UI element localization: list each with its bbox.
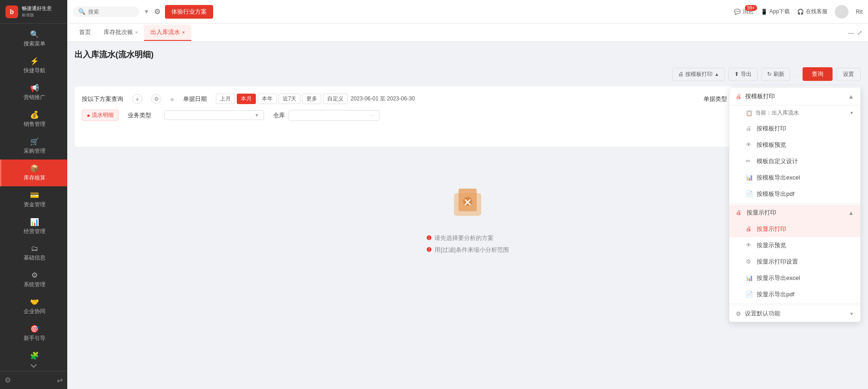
dropdown-display-section[interactable]: 🖨 按显示打印 ▲ — [729, 204, 860, 221]
dropdown-template-preview[interactable]: 👁按模板预览 — [729, 137, 860, 153]
empty-tips: ❶ 请先选择要分析的方案 ❷ 用[过滤]条件来缩小分析范围 — [426, 232, 509, 256]
sidebar-item-finance[interactable]: 💳资金管理 — [0, 186, 67, 213]
dropdown-close-icon[interactable]: ▲ — [848, 93, 854, 100]
date-quick-btn-2[interactable]: 本年 — [258, 94, 277, 104]
dropdown-display-display-print[interactable]: 🖨按显示打印 — [729, 221, 860, 237]
print-icon: 🖨 — [678, 71, 683, 77]
template-export-excel-icon: 📊 — [746, 174, 753, 181]
date-range: 2023-06-01 至 2023-06-30 — [350, 95, 414, 103]
user-name: Rit — [856, 9, 863, 15]
sales-label: 销售管理 — [24, 120, 45, 128]
section-arrow-icon[interactable]: ▲ — [848, 209, 854, 216]
settings-icon[interactable]: ⚙ — [5, 376, 11, 384]
dropdown-current-item: 📋 当前：出入库流水 ▼ — [729, 105, 860, 120]
online-service-label: 在线客服 — [806, 8, 828, 15]
tab-minimize-btn[interactable]: — — [848, 29, 854, 36]
refresh-btn[interactable]: ↻ 刷新 — [761, 68, 790, 81]
biz-type-arrow-icon: ▼ — [254, 113, 259, 118]
dropdown-template-export-pdf[interactable]: 📄按模板导出pdf — [729, 186, 860, 202]
date-quick-btn-1[interactable]: 本月 — [237, 94, 256, 104]
newbie-icon: 🎯 — [30, 324, 39, 333]
operations-label: 经营管理 — [24, 228, 45, 235]
current-arrow-icon: ▼ — [849, 110, 854, 115]
industry-btn[interactable]: 体验行业方案 — [165, 5, 213, 19]
search-input[interactable] — [88, 9, 134, 15]
template-print-btn[interactable]: 🖨 按模板打印 ▲ — [672, 68, 725, 81]
biz-type-select[interactable]: ▼ — [164, 110, 264, 120]
gear-icon[interactable]: ⚙ — [154, 7, 160, 16]
dropdown-template-customize[interactable]: ✏模板自定义设计 — [729, 153, 860, 170]
dropdown-footer[interactable]: ⚙ 设置默认功能 ▼ — [729, 305, 860, 322]
logo-badge: 标准版 — [22, 12, 52, 18]
sidebar-item-sales[interactable]: 💰销售管理 — [0, 106, 67, 133]
date-quick-btn-5[interactable]: 自定义 — [323, 94, 348, 104]
system-label: 系统管理 — [24, 281, 45, 289]
message-btn[interactable]: 💬 消息 99+ — [734, 8, 753, 15]
sidebar-item-shortcut[interactable]: ⚡快捷导航 — [0, 52, 67, 79]
filter-add-btn[interactable]: + — [132, 94, 142, 104]
dropdown-panel: 🖨 按模板打印 ▲ 📋 当前：出入库流水 ▼ 🖨按模板打印👁按模板预览✏模板自定… — [729, 87, 861, 322]
operations-icon: 📊 — [30, 218, 39, 226]
online-service-btn[interactable]: 🎧 在线客服 — [797, 8, 828, 15]
date-quick-btn-0[interactable]: 上月 — [216, 94, 235, 104]
action-bar: 🖨 按模板打印 ▲ ⬆ 导出 ↻ 刷新 ... 查询 设置 — [75, 67, 861, 81]
topbar-search-box[interactable]: 🔍 — [73, 6, 139, 17]
sidebar-item-corp[interactable]: 🤝企业协同 — [0, 293, 67, 320]
sidebar-item-marketing[interactable]: 📢营销推广 — [0, 79, 67, 106]
dropdown-display-display-export-pdf[interactable]: 📄按显示导出pdf — [729, 286, 860, 303]
basic-icon: 🗂 — [31, 244, 38, 253]
newbie-label: 新手引导 — [24, 334, 45, 342]
sidebar-item-search[interactable]: 🔍搜索菜单 — [0, 25, 67, 52]
corp-icon: 🤝 — [30, 298, 39, 306]
sidebar-item-newbie[interactable]: 🎯新手引导 — [0, 320, 67, 347]
template-customize-label: 模板自定义设计 — [757, 157, 798, 165]
tab-close-batch[interactable]: × — [135, 30, 138, 35]
sidebar-item-purchase[interactable]: 🛒采购管理 — [0, 133, 67, 160]
dropdown-display-display-print-settings[interactable]: ⚙按显示打印设置 — [729, 254, 860, 270]
section-label-row: 🖨 按显示打印 — [736, 209, 776, 217]
user-avatar[interactable] — [835, 5, 848, 19]
message-icon: 💬 — [734, 9, 741, 15]
logo-name: 畅捷通好生意 — [22, 5, 52, 12]
date-quick-btn-3[interactable]: 近7天 — [279, 94, 301, 104]
dropdown-template-print[interactable]: 🖨按模板打印 — [729, 120, 860, 137]
collapse-icon[interactable]: ⇌ — [57, 376, 63, 384]
tab-home[interactable]: 首页 — [73, 25, 97, 41]
tab-close-flow[interactable]: × — [182, 30, 185, 35]
export-btn[interactable]: ⬆ 导出 — [728, 68, 758, 81]
app-download-btn[interactable]: 📱 App下载 — [761, 8, 790, 15]
template-print-icon: 🖨 — [746, 125, 753, 132]
sidebar-item-inventory[interactable]: 📦库存核算 — [0, 160, 67, 186]
marketing-icon: 📢 — [30, 84, 39, 92]
tab-batch[interactable]: 库存批次账 × — [97, 25, 144, 41]
sidebar-scroll-down[interactable] — [0, 361, 67, 371]
dropdown-divider-2 — [729, 304, 860, 304]
tabs-bar: 首页库存批次账 ×出入库流水 × — ⤢ — [67, 24, 868, 42]
dropdown-display-display-preview[interactable]: 👁按显示预览 — [729, 237, 860, 254]
empty-icon — [445, 180, 490, 225]
dropdown-display-items: 🖨按显示打印👁按显示预览⚙按显示打印设置📊按显示导出excel📄按显示导出pdf — [729, 221, 860, 303]
sidebar-item-operations[interactable]: 📊经营管理 — [0, 213, 67, 240]
search-chevron-icon[interactable]: ▼ — [144, 8, 150, 15]
basic-label: 基础信息 — [24, 254, 45, 262]
tab-flow[interactable]: 出入库流水 × — [144, 25, 191, 41]
dropdown-display-display-export-excel[interactable]: 📊按显示导出excel — [729, 270, 860, 286]
filter-settings-btn[interactable]: ⚙ — [151, 94, 161, 104]
query-btn[interactable]: 查询 — [803, 67, 833, 81]
filter-collapse-arrows[interactable]: « — [170, 95, 174, 103]
sidebar-item-system[interactable]: ⚙系统管理 — [0, 266, 67, 293]
date-quick-btn-4[interactable]: 更多 — [302, 94, 321, 104]
warehouse-input[interactable]: ··· — [289, 110, 379, 121]
tip-1: ❶ 请先选择要分析的方案 — [426, 232, 509, 244]
message-badge: 99+ — [745, 5, 757, 11]
sidebar-item-apps[interactable]: 🧩应用中心 — [0, 347, 67, 361]
chevron-up-icon: ▲ — [714, 72, 719, 77]
settings-btn[interactable]: 设置 — [836, 68, 861, 81]
tab-fullscreen-btn[interactable]: ⤢ — [857, 29, 863, 36]
dropdown-template-export-excel[interactable]: 📊按模板导出excel — [729, 170, 860, 186]
display-export-excel-icon: 📊 — [746, 274, 753, 282]
current-icon: 📋 — [746, 110, 753, 116]
footer-settings-icon: ⚙ — [736, 310, 741, 317]
logo-text-block: 畅捷通好生意 标准版 — [22, 5, 52, 18]
sidebar-item-basic[interactable]: 🗂基础信息 — [0, 240, 67, 266]
